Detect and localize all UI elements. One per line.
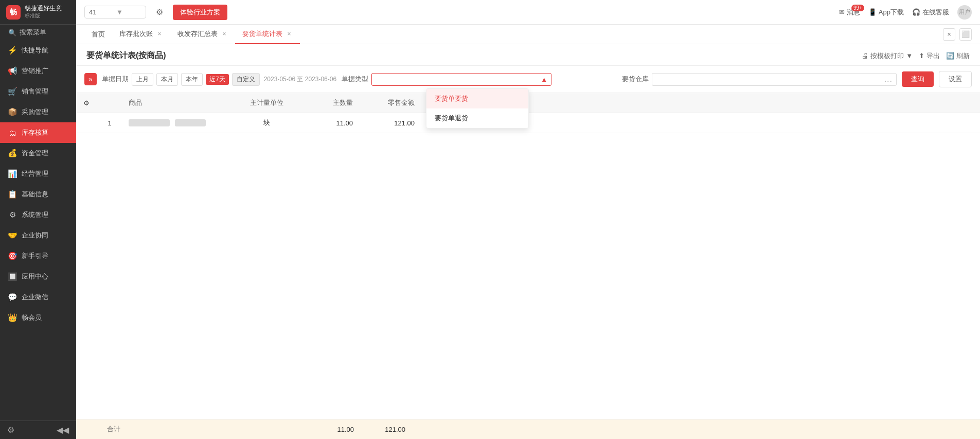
sales-icon: 🛒 bbox=[7, 86, 17, 97]
sidebar-item-label: 新手引导 bbox=[22, 251, 48, 261]
filter-settings-button[interactable]: 设置 bbox=[939, 71, 972, 87]
type-dropdown: 要货单要货 要货单退货 bbox=[426, 88, 529, 129]
sidebar-item-operations[interactable]: 📊 经营管理 bbox=[0, 163, 76, 184]
sidebar-item-purchase[interactable]: 📦 采购管理 bbox=[0, 102, 76, 122]
row-unit: 块 bbox=[236, 113, 297, 133]
topbar: 41 ▼ ⚙ 体验行业方案 ✉ 消息 99+ 📱 App下载 🎧 在线客服 用户 bbox=[76, 0, 980, 25]
app-download-button[interactable]: 📱 App下载 bbox=[868, 8, 904, 17]
dropdown-item-requisition[interactable]: 要货单要货 bbox=[426, 89, 528, 108]
warehouse-filter-group: 要货仓库 ... bbox=[622, 73, 897, 86]
purchase-icon: 📦 bbox=[7, 107, 17, 117]
row-settings bbox=[76, 113, 97, 133]
filter-expand-button[interactable]: » bbox=[84, 73, 97, 85]
col-unit: 主计量单位 bbox=[236, 93, 297, 113]
sidebar-item-wechat[interactable]: 💬 企业微信 bbox=[0, 287, 76, 307]
user-avatar[interactable]: 用户 bbox=[957, 5, 972, 20]
row-num: 1 bbox=[97, 113, 122, 133]
col-amount: 零售金额 bbox=[359, 93, 421, 113]
row-amount: 121.00 bbox=[359, 113, 421, 133]
page-header: 要货单统计表(按商品) 🖨 按模板打印 ▼ ⬆ 导出 🔄 刷新 bbox=[76, 44, 980, 66]
company-selector[interactable]: 41 ▼ bbox=[84, 6, 146, 19]
tab-receive-summary-label: 收发存汇总表 bbox=[177, 29, 218, 39]
date-7days-tag[interactable]: 近7天 bbox=[206, 74, 229, 85]
sidebar-item-quick-nav[interactable]: ⚡ 快捷导航 bbox=[0, 40, 76, 61]
date-filter-label: 单据日期 bbox=[102, 75, 129, 84]
warehouse-filter-label: 要货仓库 bbox=[622, 75, 649, 84]
warehouse-input-wrap: ... bbox=[652, 73, 897, 86]
sidebar-footer: ⚙ ◀◀ bbox=[0, 420, 76, 439]
app-center-icon: 🔲 bbox=[7, 271, 17, 282]
warehouse-dots-icon[interactable]: ... bbox=[884, 75, 893, 84]
sidebar: 畅 畅捷通好生意 标准版 🔍 搜索菜单 ⚡ 快捷导航 📢 营销推广 🛒 销售管理… bbox=[0, 0, 76, 439]
refresh-button[interactable]: 🔄 刷新 bbox=[946, 51, 970, 61]
logo-subtitle: 标准版 bbox=[25, 12, 62, 20]
sidebar-item-marketing[interactable]: 📢 营销推广 bbox=[0, 61, 76, 81]
type-filter-input[interactable] bbox=[371, 73, 551, 86]
footer-settings-icon[interactable]: ⚙ bbox=[7, 425, 14, 435]
col-quantity: 主数量 bbox=[297, 93, 359, 113]
refresh-label: 刷新 bbox=[956, 51, 970, 61]
sidebar-item-guide[interactable]: 🎯 新手引导 bbox=[0, 246, 76, 266]
system-icon: ⚙ bbox=[7, 210, 17, 220]
trial-button[interactable]: 体验行业方案 bbox=[173, 5, 227, 20]
sidebar-item-label: 采购管理 bbox=[22, 107, 48, 117]
topbar-settings-icon[interactable]: ⚙ bbox=[152, 5, 167, 20]
footer-collapse-icon[interactable]: ◀◀ bbox=[57, 425, 69, 435]
warehouse-filter-input[interactable] bbox=[652, 73, 897, 86]
row-quantity: 11.00 bbox=[297, 113, 359, 133]
row-product bbox=[122, 113, 236, 133]
tab-receive-summary-close[interactable]: × bbox=[221, 30, 228, 38]
type-filter-label: 单据类型 bbox=[342, 75, 368, 84]
sidebar-logo: 畅 畅捷通好生意 标准版 bbox=[0, 0, 76, 25]
date-range-display: 2023-05-06 至 2023-06-06 bbox=[264, 75, 336, 84]
tab-close-all-button[interactable]: × bbox=[943, 28, 955, 41]
type-filter-arrow-icon[interactable]: ▲ bbox=[541, 76, 547, 83]
date-custom-button[interactable]: 自定义 bbox=[232, 73, 260, 86]
print-template-button[interactable]: 🖨 按模板打印 ▼ bbox=[862, 51, 913, 61]
sidebar-item-label: 资金管理 bbox=[22, 149, 48, 158]
col-settings[interactable]: ⚙ bbox=[76, 93, 97, 113]
sidebar-search[interactable]: 🔍 搜索菜单 bbox=[0, 25, 76, 40]
type-filter-group: 单据类型 ▲ bbox=[342, 73, 616, 86]
sidebar-item-finance[interactable]: 💰 资金管理 bbox=[0, 143, 76, 163]
print-template-label: 按模板打印 bbox=[870, 51, 904, 61]
selector-arrow-icon: ▼ bbox=[116, 8, 141, 16]
sidebar-item-label: 基础信息 bbox=[22, 190, 48, 199]
tab-home[interactable]: 首页 bbox=[84, 30, 112, 39]
logo-title: 畅捷通好生意 bbox=[25, 5, 62, 13]
service-icon: 🎧 bbox=[912, 8, 920, 16]
tab-expand-button[interactable]: ⬜ bbox=[959, 28, 972, 41]
tab-batch-account-close[interactable]: × bbox=[156, 30, 163, 38]
tab-requisition-stats[interactable]: 要货单统计表 × bbox=[235, 25, 300, 44]
col-rownum bbox=[97, 93, 122, 113]
sidebar-item-system[interactable]: ⚙ 系统管理 bbox=[0, 205, 76, 225]
sidebar-item-label: 企业协同 bbox=[22, 231, 48, 240]
sidebar-item-basic-info[interactable]: 📋 基础信息 bbox=[0, 184, 76, 205]
tab-batch-account[interactable]: 库存批次账 × bbox=[112, 25, 170, 44]
export-icon: ⬆ bbox=[919, 52, 924, 60]
dropdown-item-return[interactable]: 要货单退货 bbox=[426, 108, 528, 128]
sidebar-item-member[interactable]: 👑 畅会员 bbox=[0, 307, 76, 328]
topbar-right: ✉ 消息 99+ 📱 App下载 🎧 在线客服 用户 bbox=[839, 5, 972, 20]
wechat-icon: 💬 bbox=[7, 292, 17, 302]
date-this-month-button[interactable]: 本月 bbox=[156, 73, 178, 86]
operations-icon: 📊 bbox=[7, 169, 17, 179]
sidebar-item-label: 库存核算 bbox=[22, 128, 48, 137]
date-this-year-button[interactable]: 本年 bbox=[181, 73, 203, 86]
tab-requisition-stats-close[interactable]: × bbox=[286, 30, 293, 38]
content-area: 要货单统计表(按商品) 🖨 按模板打印 ▼ ⬆ 导出 🔄 刷新 » bbox=[76, 44, 980, 439]
tab-receive-summary[interactable]: 收发存汇总表 × bbox=[170, 25, 235, 44]
sidebar-item-sales[interactable]: 🛒 销售管理 bbox=[0, 81, 76, 102]
messages-button[interactable]: ✉ 消息 99+ bbox=[839, 8, 860, 17]
page-actions: 🖨 按模板打印 ▼ ⬆ 导出 🔄 刷新 bbox=[862, 51, 970, 61]
sidebar-item-cooperation[interactable]: 🤝 企业协同 bbox=[0, 225, 76, 246]
query-button[interactable]: 查询 bbox=[902, 71, 934, 87]
date-last-month-button[interactable]: 上月 bbox=[132, 73, 153, 86]
export-button[interactable]: ⬆ 导出 bbox=[919, 51, 940, 61]
sidebar-item-label: 快捷导航 bbox=[22, 46, 48, 55]
sidebar-item-label: 系统管理 bbox=[22, 210, 48, 220]
sidebar-item-app-center[interactable]: 🔲 应用中心 bbox=[0, 266, 76, 287]
sidebar-item-inventory[interactable]: 🗂 库存核算 bbox=[0, 122, 76, 143]
online-service-button[interactable]: 🎧 在线客服 bbox=[912, 8, 949, 17]
tab-actions: × ⬜ bbox=[943, 28, 972, 41]
